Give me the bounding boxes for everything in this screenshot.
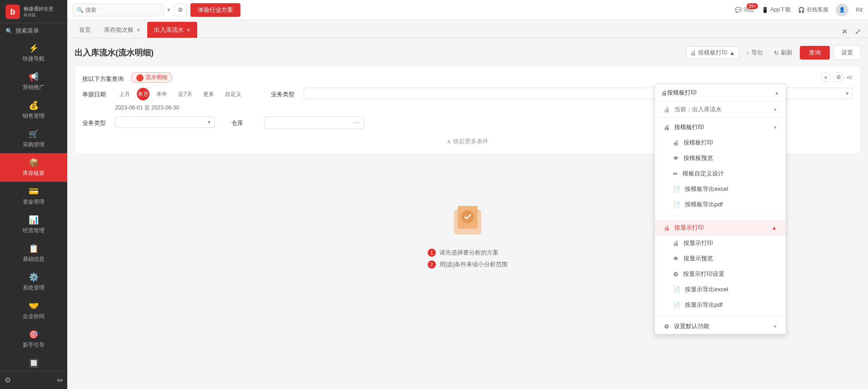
sidebar-item-label: 系统管理 — [23, 284, 45, 292]
display-export-excel-btn[interactable]: 📄 按显示导出excel — [655, 282, 786, 297]
window-close-icon[interactable]: ✕ — [840, 25, 849, 38]
sidebar-item-inventory[interactable]: 📦 库存核算 — [0, 153, 67, 182]
biz-type-select[interactable]: ▾ — [115, 116, 215, 128]
sidebar-item-label: 企业协同 — [23, 313, 45, 320]
message-button[interactable]: 💬 消息 99+ — [735, 6, 754, 14]
export-button[interactable]: ↑ 导出 — [743, 47, 767, 59]
template-custom-btn[interactable]: ✏ 模板自定义设计 — [655, 166, 786, 181]
date-range: 2023-06-01 至 2023-06-30 — [115, 104, 245, 112]
newbie-icon: 🎯 — [29, 329, 39, 339]
set-default-label: 设置默认功能 — [674, 322, 709, 330]
svg-point-2 — [461, 210, 474, 223]
filter-add-button[interactable]: + — [821, 72, 831, 82]
system-icon: ⚙️ — [29, 272, 39, 282]
sidebar-item-purchase[interactable]: 🛒 采购管理 — [0, 125, 67, 153]
display-print-btn[interactable]: 🖨 按显示打印 — [655, 235, 786, 251]
template-print-header[interactable]: 🖨 按模板打印 ▾ — [655, 120, 786, 135]
template-export-pdf-btn[interactable]: 📄 按模板导出pdf — [655, 197, 786, 212]
template-export-excel-btn[interactable]: 📄 按模板导出excel — [655, 181, 786, 197]
filter-settings-button[interactable]: ⚙ — [833, 72, 843, 82]
sidebar-item-newbie[interactable]: 🎯 新手引导 — [0, 325, 67, 354]
dropdown-header-chevron[interactable]: ▲ — [774, 90, 779, 95]
sidebar-item-app-center[interactable]: 🔲 应用中心 — [0, 354, 67, 371]
chip-icon: 🔴 — [136, 74, 144, 81]
date-more[interactable]: 更多 — [199, 89, 218, 100]
template-custom-icon: ✏ — [673, 170, 678, 177]
set-default-btn[interactable]: ⚙ 设置默认功能 ▾ — [655, 319, 786, 334]
basic-info-icon: 📋 — [29, 244, 39, 254]
tab-batch-account[interactable]: 库存批次账 ✕ — [97, 22, 147, 38]
display-preview-icon: 👁 — [673, 255, 679, 262]
template-preview-btn[interactable]: 👁 按模板预览 — [655, 150, 786, 166]
sidebar-item-enterprise[interactable]: 🤝 企业协同 — [0, 296, 67, 325]
print-template-button[interactable]: 🖨 按模板打印 ▲ — [686, 46, 739, 59]
empty-step-2: 2 用[选]条件来缩小分析范围 — [428, 260, 508, 269]
display-preview-btn[interactable]: 👁 按显示预览 — [655, 251, 786, 266]
search-input[interactable] — [85, 7, 149, 13]
settings-gear-icon[interactable]: ⚙ — [5, 376, 11, 384]
display-section-chevron: ▲ — [772, 225, 777, 230]
template-print-btn[interactable]: 🖨 按模板打印 — [655, 135, 786, 150]
template-custom-label: 模板自定义设计 — [683, 170, 724, 178]
display-export-pdf-btn[interactable]: 📄 按显示导出pdf — [655, 297, 786, 313]
display-export-excel-label: 按显示导出excel — [685, 285, 728, 294]
date-this-month[interactable]: 本月 — [137, 88, 150, 100]
refresh-button[interactable]: ↻ 刷新 — [770, 47, 796, 59]
sidebar-item-marketing[interactable]: 📢 营销推广 — [0, 67, 67, 96]
sidebar-item-quick-nav[interactable]: ⚡ 快捷导航 — [0, 39, 67, 67]
date-options: 上月 本月 本年 近7天 更多 自定义 — [115, 88, 245, 100]
topbar-right: 💬 消息 99+ 📱 App下载 🎧 在线客服 👤 Rit — [735, 4, 863, 16]
display-print-header-icon: 🖨 — [664, 224, 670, 231]
display-print-settings-btn[interactable]: ⚙ 按显示打印设置 — [655, 266, 786, 282]
settings-button-2[interactable]: 设置 — [833, 45, 861, 60]
display-print-header[interactable]: 🖨 按显示打印 ▲ — [655, 220, 786, 235]
sidebar-item-basic-info[interactable]: 📋 基础信息 — [0, 239, 67, 268]
date-prev-month[interactable]: 上月 — [115, 89, 134, 100]
page-title: 出入库流水(流水明细) — [75, 47, 154, 58]
query-button[interactable]: 查询 — [800, 46, 830, 60]
set-default-icon: ⚙ — [664, 323, 669, 330]
search-label: 搜索菜单 — [15, 27, 39, 35]
tab-close-icon[interactable]: ✕ — [136, 27, 140, 33]
export-icon: ↑ — [747, 50, 750, 56]
search-box[interactable]: 🔍 — [73, 4, 164, 16]
sidebar-item-label: 库存核算 — [23, 170, 45, 177]
topbar: 🔍 ▾ ⚙ 体验行业方案 💬 消息 99+ 📱 App下载 🎧 在线客服 👤 R… — [67, 0, 868, 20]
warehouse-select[interactable]: ··· — [264, 116, 364, 129]
filter-actions: + ⚙ ≪ — [821, 72, 853, 82]
tab-in-out-close-icon[interactable]: ✕ — [186, 27, 190, 33]
sidebar-item-label: 快捷导航 — [23, 55, 45, 63]
type-label: 业务类型 — [82, 116, 108, 127]
display-pdf-icon: 📄 — [673, 302, 680, 309]
date-this-year[interactable]: 本年 — [152, 89, 171, 100]
tab-in-out-flow[interactable]: 出入库流水 ✕ — [147, 22, 197, 38]
filter-collapse-icon[interactable]: ≪ — [846, 74, 853, 81]
settings-button[interactable]: ⚙ — [174, 4, 187, 16]
biz-type-chevron-icon: ▾ — [208, 119, 211, 125]
tab-home[interactable]: 首页 — [73, 22, 97, 38]
filter-chip[interactable]: 🔴 流水明细 — [131, 72, 172, 83]
filter-row-header: 按以下方案查询 🔴 流水明细 + ⚙ ≪ — [82, 72, 853, 83]
sales-icon: 💰 — [29, 100, 39, 110]
collapse-button[interactable]: ∧ 收起更多条件 — [445, 135, 490, 147]
window-maximize-icon[interactable]: ⤢ — [853, 25, 863, 38]
sidebar-search[interactable]: 🔍 搜索菜单 — [0, 23, 67, 39]
sidebar-item-operations[interactable]: 📊 经营管理 — [0, 210, 67, 239]
print-chevron-up-icon: ▲ — [729, 50, 735, 56]
sidebar-item-system[interactable]: ⚙️ 系统管理 — [0, 268, 67, 296]
date-last-7-days[interactable]: 近7天 — [174, 89, 196, 100]
sidebar-item-finance[interactable]: 💳 资金管理 — [0, 182, 67, 210]
sidebar-item-label: 资金管理 — [23, 198, 45, 206]
online-service-button[interactable]: 🎧 在线客服 — [798, 6, 828, 14]
quick-nav-icon: ⚡ — [29, 43, 39, 53]
dropdown-divider-2 — [655, 316, 786, 317]
window-controls: ✕ ⤢ — [840, 25, 863, 38]
search-chevron-icon[interactable]: ▾ — [167, 6, 170, 13]
date-custom[interactable]: 自定义 — [221, 89, 245, 100]
trial-button[interactable]: 体验行业方案 — [190, 3, 240, 17]
collapse-label: 收起更多条件 — [453, 137, 489, 145]
app-download-button[interactable]: 📱 App下载 — [762, 6, 791, 14]
current-selection[interactable]: 🖨 当前：出入库流水 ▾ — [655, 102, 786, 118]
sidebar-item-sales[interactable]: 💰 销售管理 — [0, 96, 67, 125]
sidebar-collapse-icon[interactable]: ⇔ — [57, 376, 63, 384]
